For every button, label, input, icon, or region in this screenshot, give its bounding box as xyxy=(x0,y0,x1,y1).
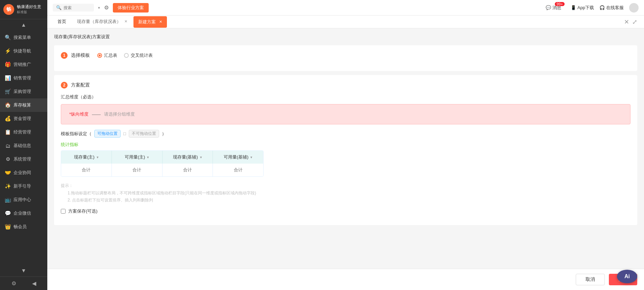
save-checkbox-row: 方案保存(可选) xyxy=(61,204,630,218)
message-icon: 💬 xyxy=(546,5,551,10)
col0-chevron-icon[interactable]: ▾ xyxy=(97,155,99,160)
sidebar-item-enterprise[interactable]: 🤝 企业协同 xyxy=(0,166,47,179)
sidebar-item-finance[interactable]: 💰 资金管理 xyxy=(0,112,47,125)
page-title: 现存量(库存状况表)方案设置 xyxy=(54,34,637,40)
sidebar-item-sales[interactable]: 📊 销售管理 xyxy=(0,71,47,85)
app-download-button[interactable]: 📱 App下载 xyxy=(571,5,594,11)
app-name: 畅康通好生意 xyxy=(17,4,41,10)
radio-cross-stats[interactable]: 交叉统计表 xyxy=(124,52,153,58)
step1-badge: 1 xyxy=(61,52,68,59)
radio-summary-dot xyxy=(97,53,102,58)
stats-section: 统计指标 现存量(主) ▾ 可用量(主) ▾ 现存量(基辅) xyxy=(61,142,630,177)
inventory-icon: 🏠 xyxy=(5,102,11,108)
non-draggable-tag: 不可拖动位置 xyxy=(129,130,159,138)
sidebar-item-label: 快捷导航 xyxy=(14,48,31,54)
gear-button[interactable]: ⚙ xyxy=(104,4,109,11)
message-badge: 99+ xyxy=(555,2,565,6)
main-area: 🔍 ▾ ⚙ 体验行业方案 💬 消息 99+ 📱 App下载 🎧 在线客服 xyxy=(47,0,644,290)
draggable-tag: 可拖动位置 xyxy=(94,130,121,138)
dimension-dash: —— xyxy=(92,112,101,117)
sidebar-item-newbie[interactable]: ✨ 新手引导 xyxy=(0,179,47,193)
sidebar-item-quicknav[interactable]: ⚡ 快捷导航 xyxy=(0,44,47,58)
ai-button[interactable]: Ai xyxy=(617,270,637,283)
sidebar-item-member[interactable]: 👑 畅会员 xyxy=(0,220,47,234)
sidebar-item-label: 畅会员 xyxy=(14,224,27,230)
col-available-main[interactable]: 可用量(主) ▾ xyxy=(112,151,163,164)
search-input[interactable] xyxy=(64,5,91,10)
sidebar-scroll-up[interactable]: ▲ xyxy=(0,19,47,31)
tab-new-plan[interactable]: 新建方案 ✕ xyxy=(133,16,167,28)
col-current-aux-label: 现存量(基辅) xyxy=(173,154,198,160)
sidebar-item-basic-info[interactable]: 🗂 基础信息 xyxy=(0,139,47,152)
scroll-up-button[interactable]: ▲ xyxy=(20,21,28,29)
tab-inventory-close-icon[interactable]: ✕ xyxy=(124,19,127,24)
online-service-button[interactable]: 🎧 在线客服 xyxy=(599,5,624,11)
col-available-main-label: 可用量(主) xyxy=(125,154,145,160)
col3-chevron-icon[interactable]: ▾ xyxy=(250,155,252,160)
radio-summary[interactable]: 汇总表 xyxy=(97,52,117,58)
col-current-main[interactable]: 现存量(主) ▾ xyxy=(61,151,112,164)
tab-inventory-status[interactable]: 现存量（库存状况表） ✕ xyxy=(72,16,132,28)
dimension-area[interactable]: *纵向维度 —— 请选择分组维度 xyxy=(61,104,630,124)
tab-bar: 首页 现存量（库存状况表） ✕ 新建方案 ✕ ✕ ⤢ xyxy=(47,16,644,28)
trial-btn[interactable]: 体验行业方案 xyxy=(113,3,149,13)
wechat-icon: 💬 xyxy=(5,210,11,216)
scroll-down-button[interactable]: ▼ xyxy=(20,266,28,275)
search-box: 🔍 xyxy=(53,4,94,11)
step1-header: 1 选择模板 汇总表 交叉统计表 xyxy=(61,52,630,59)
sidebar-item-label: 销售管理 xyxy=(14,75,31,81)
sidebar-item-search[interactable]: 🔍 搜索菜单 xyxy=(0,31,47,44)
user-avatar[interactable] xyxy=(629,3,639,13)
col-available-aux[interactable]: 可用量(基辅) ▾ xyxy=(213,151,263,164)
sidebar-item-marketing[interactable]: 🎁 营销推广 xyxy=(0,58,47,71)
search-icon: 🔍 xyxy=(56,5,61,10)
enterprise-icon: 🤝 xyxy=(5,170,11,176)
tips-title: 提示： xyxy=(61,183,73,188)
dropdown-button[interactable]: ▾ xyxy=(98,5,100,10)
tab-home[interactable]: 首页 xyxy=(53,16,71,28)
sidebar: 畅 畅康通好生意 标准版 ▲ 🔍 搜索菜单 ⚡ 快捷导航 🎁 营销推广 📊 销售… xyxy=(0,0,47,290)
sidebar-item-wechat[interactable]: 💬 企业微信 xyxy=(0,207,47,220)
sidebar-item-label: 采购管理 xyxy=(14,89,31,95)
system-icon: ⚙ xyxy=(5,156,11,162)
sidebar-item-label: 系统管理 xyxy=(14,156,31,162)
app-icon: 📱 xyxy=(571,5,576,10)
cell-1: 合计 xyxy=(112,164,163,176)
save-checkbox[interactable] xyxy=(61,209,66,214)
message-button[interactable]: 💬 消息 99+ xyxy=(546,5,561,11)
sidebar-item-system[interactable]: ⚙ 系统管理 xyxy=(0,152,47,166)
col-current-aux[interactable]: 现存量(基辅) ▾ xyxy=(163,151,213,164)
sidebar-item-appstore[interactable]: 📺 应用中心 xyxy=(0,193,47,207)
tab-inventory-label: 现存量（库存状况表） xyxy=(77,19,121,25)
vertical-dimension-label: *纵向维度 xyxy=(69,111,89,117)
collapse-button[interactable]: ◀ xyxy=(32,280,36,287)
col1-chevron-icon[interactable]: ▾ xyxy=(147,155,149,160)
sidebar-item-label: 营销推广 xyxy=(14,62,31,68)
panel-expand-button[interactable]: ⤢ xyxy=(630,18,639,26)
app-version: 标准版 xyxy=(17,10,41,15)
stats-table-header: 现存量(主) ▾ 可用量(主) ▾ 现存量(基辅) ▾ 可用量(基辅) xyxy=(61,151,263,164)
sidebar-menu: 🔍 搜索菜单 ⚡ 快捷导航 🎁 营销推广 📊 销售管理 🛒 采购管理 🏠 库存核… xyxy=(0,31,47,265)
cancel-button[interactable]: 取消 xyxy=(576,274,605,285)
tips-section: 提示： 1.拖动标题栏可以调整布局，不可跨维度或指标区域拖动栏目字段(只能在同一… xyxy=(61,182,630,204)
step1-title: 选择模板 xyxy=(71,52,90,58)
sidebar-item-purchase[interactable]: 🛒 采购管理 xyxy=(0,85,47,98)
sidebar-item-label: 企业微信 xyxy=(14,210,31,216)
col2-chevron-icon[interactable]: ▾ xyxy=(200,155,202,160)
sidebar-item-label: 经营管理 xyxy=(14,129,31,135)
sidebar-item-inventory[interactable]: 🏠 库存核算 xyxy=(0,98,47,112)
tab-new-plan-close-icon[interactable]: ✕ xyxy=(159,20,162,24)
service-label: 在线客服 xyxy=(606,5,624,11)
quicknav-icon: ⚡ xyxy=(5,48,11,54)
sidebar-item-management[interactable]: 📋 经营管理 xyxy=(0,125,47,139)
step2-badge: 2 xyxy=(61,82,68,89)
basic-info-icon: 🗂 xyxy=(5,143,11,149)
sidebar-scroll-down[interactable]: ▼ xyxy=(0,265,47,276)
search-icon: 🔍 xyxy=(5,34,11,41)
radio-summary-label: 汇总表 xyxy=(104,52,117,58)
header-right: 💬 消息 99+ 📱 App下载 🎧 在线客服 xyxy=(546,3,639,13)
sidebar-item-label: 搜索菜单 xyxy=(14,34,31,41)
settings-bottom-button[interactable]: ⚙ xyxy=(11,280,16,287)
panel-close-button[interactable]: ✕ xyxy=(622,18,630,26)
dimension-placeholder: 请选择分组维度 xyxy=(104,111,135,117)
